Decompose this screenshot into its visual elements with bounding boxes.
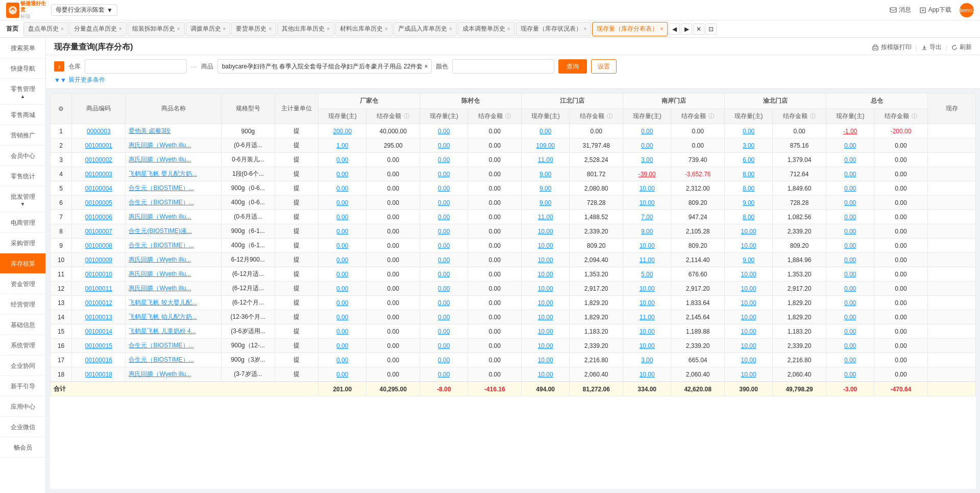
td-na-qty[interactable]: 10.00 [623, 324, 671, 339]
tab-11-active[interactable]: 现存量（库存分布表） × [592, 22, 668, 36]
td-na-qty[interactable]: 7.00 [623, 210, 671, 224]
td-code[interactable]: 00100001 [72, 138, 126, 153]
td-tot-qty[interactable]: -1.00 [826, 124, 874, 138]
td-yb-qty[interactable]: 6.00 [725, 153, 773, 167]
tab-5[interactable]: 要货单历史 × [231, 22, 276, 36]
sidebar-item-inventory[interactable]: 库存核算 [0, 253, 45, 274]
tab-expand-btn[interactable]: ⊡ [705, 24, 717, 35]
td-cc-qty[interactable]: 0.00 [420, 367, 468, 382]
td-name[interactable]: 飞鹤星飞帆 儿童奶粉 4... [126, 324, 221, 339]
td-cc-qty[interactable]: 0.00 [420, 296, 468, 310]
td-cj-qty[interactable]: 0.00 [318, 296, 366, 310]
td-na-qty[interactable]: 3.00 [623, 353, 671, 367]
td-na-qty[interactable]: 10.00 [623, 239, 671, 253]
td-yb-qty[interactable]: 8.00 [725, 210, 773, 224]
td-tot-qty[interactable]: 0.00 [826, 267, 874, 281]
td-name[interactable]: 惠氏回膦（Wyeth illu... [126, 267, 221, 281]
td-jb-qty[interactable]: 9.00 [522, 181, 570, 196]
td-tot-qty[interactable]: 0.00 [826, 167, 874, 181]
td-jb-qty[interactable]: 109.00 [522, 138, 570, 153]
td-code[interactable]: 00100018 [72, 367, 126, 382]
td-tot-qty[interactable]: 0.00 [826, 239, 874, 253]
td-tot-qty[interactable]: 0.00 [826, 153, 874, 167]
td-yb-qty[interactable]: 10.00 [725, 281, 773, 296]
th-setting[interactable]: ⚙ [51, 93, 72, 124]
avatar[interactable]: demo2 [960, 3, 974, 17]
td-cc-qty[interactable]: 0.00 [420, 181, 468, 196]
td-na-qty[interactable]: 0.00 [623, 138, 671, 153]
td-cc-qty[interactable]: 0.00 [420, 310, 468, 324]
print-btn[interactable]: 按模版打印 [872, 43, 912, 52]
td-cj-qty[interactable]: 0.00 [318, 239, 366, 253]
td-jb-qty[interactable]: 10.00 [522, 339, 570, 353]
td-yb-qty[interactable]: 10.00 [725, 296, 773, 310]
sidebar-item-finance[interactable]: 资金管理 [0, 274, 45, 294]
td-cj-qty[interactable]: 0.00 [318, 210, 366, 224]
td-cj-qty[interactable]: 0.00 [318, 367, 366, 382]
td-tot-qty[interactable]: 0.00 [826, 181, 874, 196]
table-container[interactable]: ⚙ 商品编码 商品名称 规格型号 主计量单位 厂家仓 陈村仓 江北门店 南岸门店… [50, 93, 976, 489]
td-yb-qty[interactable]: 3.00 [725, 138, 773, 153]
tab-home[interactable]: 首页 [2, 22, 22, 36]
sidebar-item-wholesale[interactable]: 批发管理 ▼ [0, 186, 45, 213]
td-cj-qty[interactable]: 0.00 [318, 310, 366, 324]
td-name[interactable]: 合生元（BIOSTIME）... [126, 239, 221, 253]
td-cj-qty[interactable]: 0.00 [318, 224, 366, 239]
td-code[interactable]: 00100005 [72, 196, 126, 210]
td-code[interactable]: 00100004 [72, 181, 126, 196]
sidebar-item-retail-mgmt[interactable]: 零售管理 ▲ [0, 79, 45, 105]
td-code[interactable]: 00100009 [72, 253, 126, 267]
messages-btn[interactable]: 消息 [890, 6, 911, 14]
sidebar-item-apps[interactable]: 应用中心 [0, 396, 45, 417]
td-code[interactable]: 00100014 [72, 324, 126, 339]
td-jb-qty[interactable]: 10.00 [522, 267, 570, 281]
tab-prev-btn[interactable]: ◀ [669, 24, 680, 35]
td-jb-qty[interactable]: 10.00 [522, 367, 570, 382]
td-cj-qty[interactable]: 0.00 [318, 353, 366, 367]
tab-8[interactable]: 产成品入库单历史 × [394, 22, 457, 36]
sidebar-item-marketing[interactable]: 营销推广 [0, 125, 45, 146]
td-na-qty[interactable]: 3.00 [623, 153, 671, 167]
tab-9[interactable]: 成本调整单历史 × [458, 22, 515, 36]
td-cc-qty[interactable]: 0.00 [420, 353, 468, 367]
td-na-qty[interactable]: 10.00 [623, 296, 671, 310]
sidebar-item-ecommerce[interactable]: 电商管理 [0, 213, 45, 233]
td-yb-qty[interactable]: 10.00 [725, 367, 773, 382]
td-na-qty[interactable]: 10.00 [623, 339, 671, 353]
sidebar-item-purchase[interactable]: 采购管理 [0, 233, 45, 253]
td-name[interactable]: 合生元(BIOSTIME)液... [126, 224, 221, 239]
td-na-qty[interactable]: 0.00 [623, 124, 671, 138]
td-name[interactable]: 合生元（BIOSTIME）... [126, 181, 221, 196]
td-jb-qty[interactable]: 10.00 [522, 310, 570, 324]
td-jb-qty[interactable]: 9.00 [522, 167, 570, 181]
tab-3[interactable]: 组装拆卸单历史 × [128, 22, 185, 36]
td-jb-qty[interactable]: 11.00 [522, 153, 570, 167]
td-name[interactable]: 飞鹤星飞帆 婴儿配方奶... [126, 167, 221, 181]
td-code[interactable]: 00100007 [72, 224, 126, 239]
refresh-btn[interactable]: 刷新 [951, 43, 972, 52]
td-yb-qty[interactable]: 9.00 [725, 196, 773, 210]
sidebar-item-retail-stats[interactable]: 零售统计 [0, 166, 45, 186]
tab-next-btn[interactable]: ▶ [681, 24, 692, 35]
td-yb-qty[interactable]: 10.00 [725, 239, 773, 253]
td-yb-qty[interactable]: 0.00 [725, 124, 773, 138]
td-yb-qty[interactable]: 10.00 [725, 224, 773, 239]
tab-2[interactable]: 分量盘点单历史 × [69, 22, 127, 36]
td-tot-qty[interactable]: 0.00 [826, 281, 874, 296]
td-code[interactable]: 00100011 [72, 281, 126, 296]
sidebar-item-system[interactable]: 系统管理 [0, 335, 45, 356]
td-jb-qty[interactable]: 0.00 [522, 124, 570, 138]
td-na-qty[interactable]: 10.00 [623, 281, 671, 296]
td-yb-qty[interactable]: 10.00 [725, 324, 773, 339]
td-name[interactable]: 飞鹤星飞帆 较大婴儿配... [126, 296, 221, 310]
sidebar-item-nav[interactable]: 快捷导航 [0, 58, 45, 79]
td-jb-qty[interactable]: 10.00 [522, 281, 570, 296]
td-code[interactable]: 0000003 [72, 124, 126, 138]
export-btn[interactable]: 导出 [921, 43, 942, 52]
td-jb-qty[interactable]: 11.00 [522, 210, 570, 224]
td-cj-qty[interactable]: 0.00 [318, 339, 366, 353]
td-tot-qty[interactable]: 0.00 [826, 339, 874, 353]
td-name[interactable]: 爱他美 卤藜3段 [126, 124, 221, 138]
td-cj-qty[interactable]: 0.00 [318, 267, 366, 281]
td-tot-qty[interactable]: 0.00 [826, 310, 874, 324]
